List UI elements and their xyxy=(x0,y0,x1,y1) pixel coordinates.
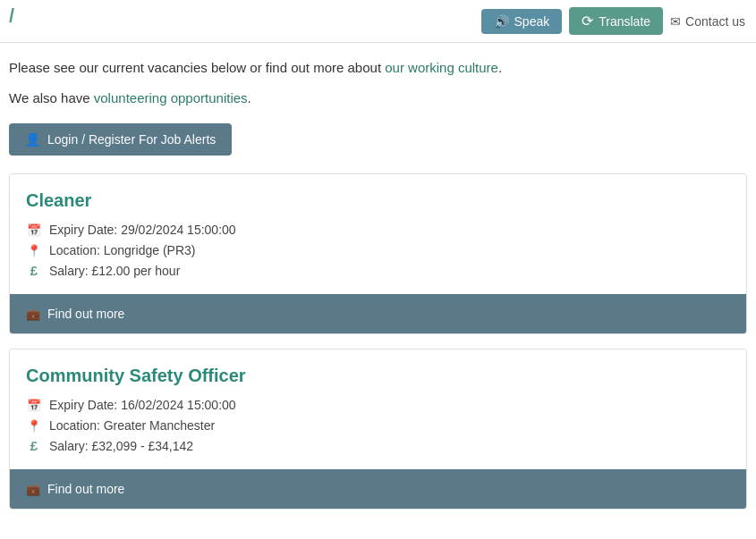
intro-text-end: . xyxy=(498,60,502,75)
job-salary: Salary: £32,099 - £34,142 xyxy=(26,438,730,453)
job-title: Community Safety Officer xyxy=(26,366,730,386)
job-meta: Expiry Date: 29/02/2024 15:00:00 Locatio… xyxy=(26,222,730,278)
logo: / xyxy=(0,0,23,32)
find-out-more-button[interactable]: Find out more xyxy=(10,469,746,509)
briefcase-icon xyxy=(26,482,40,496)
speak-label: Speak xyxy=(514,14,550,29)
translate-label: Translate xyxy=(599,14,650,29)
translate-icon xyxy=(582,13,593,29)
find-out-more-label: Find out more xyxy=(47,307,124,321)
calendar-icon xyxy=(26,222,42,237)
intro-paragraph: Please see our current vacancies below o… xyxy=(9,57,747,79)
location-text: Location: Longridge (PR3) xyxy=(49,243,195,257)
intro-text-before: Please see our current vacancies below o… xyxy=(9,60,385,75)
location-icon xyxy=(26,242,42,257)
speak-icon xyxy=(494,14,509,29)
speak-button[interactable]: Speak xyxy=(481,9,563,34)
job-expiry: Expiry Date: 29/02/2024 15:00:00 xyxy=(26,222,730,237)
job-meta: Expiry Date: 16/02/2024 15:00:00 Locatio… xyxy=(26,397,730,453)
job-card-body: Community Safety Officer Expiry Date: 16… xyxy=(10,350,746,469)
contact-label: Contact us xyxy=(685,14,745,29)
job-list: Cleaner Expiry Date: 29/02/2024 15:00:00… xyxy=(9,173,747,510)
job-alerts-button[interactable]: Login / Register For Job Alerts xyxy=(9,123,232,156)
location-text: Location: Greater Manchester xyxy=(49,418,215,433)
salary-icon xyxy=(26,263,42,278)
contact-button[interactable]: Contact us xyxy=(670,14,745,29)
location-icon xyxy=(26,417,42,433)
job-title: Cleaner xyxy=(26,190,730,211)
volunteering-paragraph: We also have volunteering opportunities. xyxy=(9,88,747,109)
briefcase-icon xyxy=(26,307,40,321)
salary-text: Salary: £12.00 per hour xyxy=(49,264,180,278)
working-culture-link[interactable]: our working culture xyxy=(385,60,498,75)
calendar-icon xyxy=(26,397,42,412)
salary-icon xyxy=(26,438,42,453)
job-location: Location: Greater Manchester xyxy=(26,417,730,433)
salary-text: Salary: £32,099 - £34,142 xyxy=(49,439,193,453)
job-salary: Salary: £12.00 per hour xyxy=(26,263,730,278)
job-expiry: Expiry Date: 16/02/2024 15:00:00 xyxy=(26,397,730,412)
job-card-body: Cleaner Expiry Date: 29/02/2024 15:00:00… xyxy=(10,174,746,294)
job-card: Community Safety Officer Expiry Date: 16… xyxy=(9,349,747,510)
main-content: Please see our current vacancies below o… xyxy=(0,43,756,538)
find-out-more-label: Find out more xyxy=(47,482,124,496)
contact-icon xyxy=(670,14,681,29)
volunteering-link[interactable]: volunteering opportunities xyxy=(94,90,248,105)
volunteering-text-before: We also have xyxy=(9,90,94,105)
translate-button[interactable]: Translate xyxy=(569,7,663,35)
job-location: Location: Longridge (PR3) xyxy=(26,242,730,257)
login-icon xyxy=(25,132,40,147)
volunteering-text-end: . xyxy=(248,90,251,105)
expiry-text: Expiry Date: 16/02/2024 15:00:00 xyxy=(49,398,236,412)
find-out-more-button[interactable]: Find out more xyxy=(10,294,746,333)
job-alerts-label: Login / Register For Job Alerts xyxy=(47,132,216,147)
top-bar: / Speak Translate Contact us xyxy=(0,0,756,43)
expiry-text: Expiry Date: 29/02/2024 15:00:00 xyxy=(49,223,236,237)
job-card: Cleaner Expiry Date: 29/02/2024 15:00:00… xyxy=(9,173,747,334)
